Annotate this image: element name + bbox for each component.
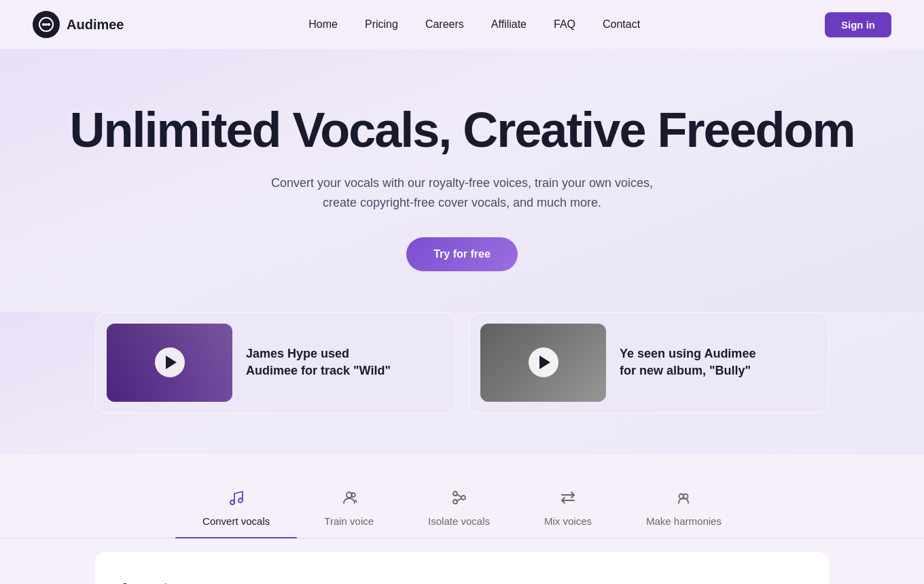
tab-train-voice[interactable]: Train voice [297,481,401,538]
tab-mix-voices[interactable]: Mix voices [517,481,619,538]
tabs-nav: Convert vocals Train voice [0,481,924,538]
video-cards-section: James Hype usedAudimee for track "Wild" … [0,312,924,454]
svg-point-3 [48,23,50,26]
hero-title: Unlimited Vocals, Creative Freedom [33,103,891,157]
tab-harmonies-label: Make harmonies [646,515,722,527]
tab-train-label: Train voice [324,515,374,527]
tab-mix-label: Mix voices [544,515,592,527]
tabs-section: Convert vocals Train voice [0,454,924,584]
content-title: Input [122,579,802,584]
try-free-button[interactable]: Try for free [406,237,518,271]
play-button-james[interactable] [155,347,185,377]
mix-voices-icon [560,489,576,510]
signin-button[interactable]: Sign in [825,12,891,37]
tab-convert-vocals[interactable]: Convert vocals [175,481,297,538]
nav-pricing[interactable]: Pricing [365,18,398,30]
tab-convert-label: Convert vocals [202,515,270,527]
svg-point-2 [45,23,48,26]
make-harmonies-icon [675,489,692,510]
nav-careers[interactable]: Careers [425,18,464,30]
video-thumb-james [107,324,232,402]
train-voice-icon [341,489,357,510]
tab-make-harmonies[interactable]: Make harmonies [619,481,749,538]
navigation: Audimee Home Pricing Careers Affiliate F… [0,0,924,49]
video-card-ye: Ye seen using Audimeefor new album, "Bul… [469,312,829,413]
tab-content-area: Input Make sure your audio is dry and fr… [95,552,829,584]
content-inner: Input Make sure your audio is dry and fr… [95,552,829,584]
logo-icon [33,11,60,38]
video-thumb-ye [480,324,606,402]
svg-point-9 [453,500,457,504]
tab-isolate-label: Isolate vocals [428,515,490,527]
svg-point-1 [42,23,45,26]
tab-isolate-vocals[interactable]: Isolate vocals [401,481,517,538]
video-card-james: James Hype usedAudimee for track "Wild" [95,312,455,413]
video-card-ye-text: Ye seen using Audimeefor new album, "Bul… [620,345,756,379]
svg-point-8 [453,492,457,496]
nav-contact[interactable]: Contact [603,18,640,30]
brand-logo[interactable]: Audimee [33,11,124,38]
video-card-james-text: James Hype usedAudimee for track "Wild" [246,345,391,379]
convert-vocals-icon [228,489,245,510]
brand-name: Audimee [67,17,124,33]
svg-point-4 [230,500,234,504]
play-button-ye[interactable] [529,347,558,377]
svg-point-5 [238,498,243,502]
hero-subtitle: Convert your vocals with our royalty-fre… [33,173,891,213]
hero-section: Unlimited Vocals, Creative Freedom Conve… [0,49,924,312]
nav-faq[interactable]: FAQ [554,18,575,30]
nav-home[interactable]: Home [308,18,338,30]
nav-affiliate[interactable]: Affiliate [491,18,527,30]
isolate-vocals-icon [451,489,467,510]
svg-point-10 [461,496,465,500]
nav-links: Home Pricing Careers Affiliate FAQ Conta… [308,18,640,31]
